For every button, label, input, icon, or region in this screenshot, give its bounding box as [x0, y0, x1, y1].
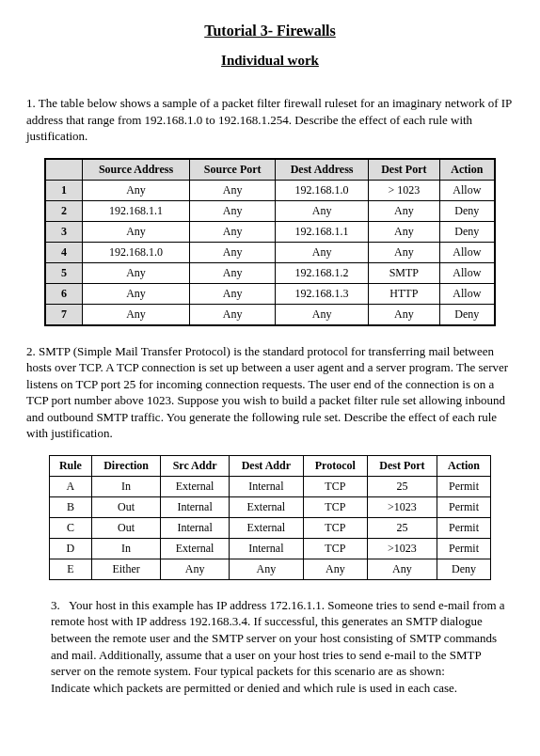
cell: Permit: [437, 517, 491, 538]
row-number: 2: [45, 200, 83, 221]
col-rule: Rule: [50, 455, 92, 476]
cell: Any: [368, 200, 439, 221]
table-row: 6 Any Any 192.168.1.3 HTTP Allow: [45, 283, 495, 304]
cell: Any: [190, 180, 276, 200]
table-header-row: Rule Direction Src Addr Dest Addr Protoc…: [50, 455, 491, 476]
cell: Any: [276, 242, 369, 262]
cell: Permit: [437, 496, 491, 517]
cell: Allow: [439, 180, 495, 200]
table-row: 7 Any Any Any Any Deny: [45, 304, 495, 325]
cell: In: [91, 476, 161, 496]
cell: Any: [368, 221, 439, 242]
col-src-addr: Src Addr: [161, 455, 229, 476]
col-direction: Direction: [91, 455, 161, 476]
cell: Any: [190, 283, 276, 304]
cell: A: [50, 476, 92, 496]
cell: 192.168.1.0: [276, 180, 369, 200]
cell: Any: [368, 242, 439, 262]
cell: >1023: [367, 496, 437, 517]
cell: B: [50, 496, 92, 517]
cell: In: [91, 538, 161, 559]
row-number: 4: [45, 242, 83, 262]
cell: Any: [303, 559, 367, 579]
cell: Out: [91, 496, 161, 517]
cell: External: [229, 517, 303, 538]
cell: External: [229, 496, 303, 517]
table-row: 5 Any Any 192.168.1.2 SMTP Allow: [45, 262, 495, 283]
cell: >1023: [367, 538, 437, 559]
doc-subtitle: Individual work: [26, 53, 514, 69]
cell: TCP: [303, 476, 367, 496]
cell: External: [161, 476, 229, 496]
cell: Either: [91, 559, 161, 579]
cell: D: [50, 538, 92, 559]
col-dest-port: Dest Port: [367, 455, 437, 476]
q3-text: 3. Your host in this example has IP addr…: [51, 597, 514, 696]
question-2: 2. SMTP (Simple Mail Transfer Protocol) …: [26, 343, 514, 580]
q1-text: 1. The table below shows a sample of a p…: [26, 95, 514, 145]
firewall-table-1: Source Address Source Port Dest Address …: [44, 158, 496, 326]
cell: 192.168.1.0: [83, 242, 190, 262]
cell: TCP: [303, 517, 367, 538]
cell: Any: [367, 559, 437, 579]
cell: Deny: [439, 221, 495, 242]
col-source-port: Source Port: [190, 159, 276, 181]
cell: Internal: [161, 496, 229, 517]
cell: > 1023: [368, 180, 439, 200]
row-number: 7: [45, 304, 83, 325]
header-blank: [45, 159, 83, 181]
table-header-row: Source Address Source Port Dest Address …: [45, 159, 495, 181]
cell: 192.168.1.2: [276, 262, 369, 283]
cell: Any: [83, 221, 190, 242]
cell: TCP: [303, 538, 367, 559]
q2-text: 2. SMTP (Simple Mail Transfer Protocol) …: [26, 343, 514, 442]
q3-body-1: Your host in this example has IP address…: [51, 598, 505, 678]
question-1: 1. The table below shows a sample of a p…: [26, 95, 514, 326]
cell: TCP: [303, 496, 367, 517]
table-row: E Either Any Any Any Any Deny: [50, 559, 491, 579]
col-dest-address: Dest Address: [276, 159, 369, 181]
cell: Any: [83, 262, 190, 283]
cell: Any: [83, 304, 190, 325]
cell: Any: [190, 304, 276, 325]
cell: Allow: [439, 283, 495, 304]
cell: Any: [229, 559, 303, 579]
q2-number: 2.: [26, 344, 36, 358]
col-dest-port: Dest Port: [368, 159, 439, 181]
cell: Any: [83, 283, 190, 304]
firewall-table-2: Rule Direction Src Addr Dest Addr Protoc…: [49, 455, 491, 580]
col-protocol: Protocol: [303, 455, 367, 476]
cell: 192.168.1.3: [276, 283, 369, 304]
cell: 25: [367, 476, 437, 496]
cell: Permit: [437, 476, 491, 496]
row-number: 1: [45, 180, 83, 200]
cell: Internal: [229, 476, 303, 496]
table-row: 3 Any Any 192.168.1.1 Any Deny: [45, 221, 495, 242]
q1-body: The table below shows a sample of a pack…: [26, 96, 512, 143]
cell: Any: [161, 559, 229, 579]
cell: Any: [276, 200, 369, 221]
col-action: Action: [437, 455, 491, 476]
cell: Internal: [229, 538, 303, 559]
cell: Deny: [439, 304, 495, 325]
cell: Allow: [439, 262, 495, 283]
cell: Any: [190, 221, 276, 242]
q2-body: SMTP (Simple Mail Transfer Protocol) is …: [26, 344, 508, 441]
cell: Permit: [437, 538, 491, 559]
row-number: 5: [45, 262, 83, 283]
q1-number: 1.: [26, 96, 36, 110]
table-row: B Out Internal External TCP >1023 Permit: [50, 496, 491, 517]
cell: 192.168.1.1: [83, 200, 190, 221]
table-row: A In External Internal TCP 25 Permit: [50, 476, 491, 496]
table-row: 1 Any Any 192.168.1.0 > 1023 Allow: [45, 180, 495, 200]
cell: 25: [367, 517, 437, 538]
row-number: 3: [45, 221, 83, 242]
q3-body-2: Indicate which packets are permitted or …: [51, 681, 457, 695]
cell: Any: [276, 304, 369, 325]
table-row: C Out Internal External TCP 25 Permit: [50, 517, 491, 538]
cell: Deny: [439, 200, 495, 221]
doc-title: Tutorial 3- Firewalls: [26, 23, 514, 39]
question-3: 3. Your host in this example has IP addr…: [26, 597, 514, 696]
cell: Allow: [439, 242, 495, 262]
table-row: D In External Internal TCP >1023 Permit: [50, 538, 491, 559]
